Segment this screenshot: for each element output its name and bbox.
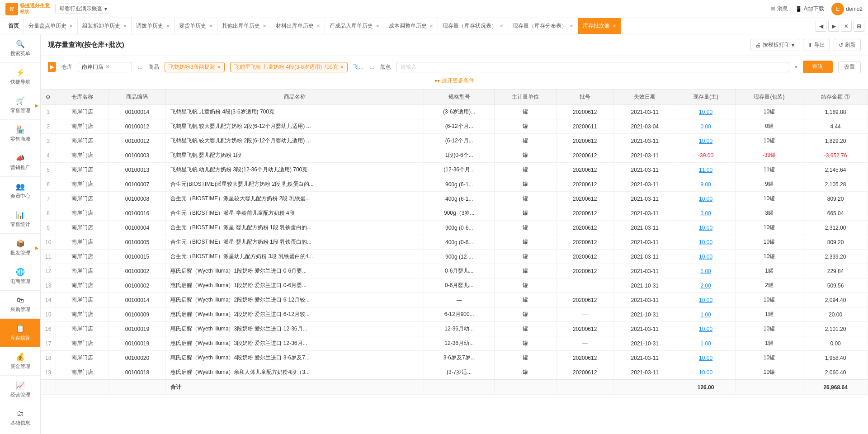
cell-stock-main[interactable]: 1.00 xyxy=(676,336,735,351)
tab-qita[interactable]: 其他出库单历史 ✕ xyxy=(217,18,271,34)
close-icon[interactable]: ✕ xyxy=(376,24,379,28)
cell-stock-main[interactable]: 10.00 xyxy=(676,322,735,336)
cell-6: 20200612 xyxy=(557,177,613,192)
tab-xunzhuang[interactable]: 现存量（库存状况表） ✕ xyxy=(438,18,508,34)
more-warehouse-icon[interactable]: … xyxy=(137,64,143,70)
cell-1: 南岸门店 xyxy=(56,105,109,119)
table-row: 11南岸门店00100015合生元（BIOSTIME）派星幼儿配方奶粉 3段 乳… xyxy=(41,250,868,264)
tab-diaob[interactable]: 调拨单历史 ✕ xyxy=(132,18,175,34)
more-product-icon[interactable]: 飞… xyxy=(353,63,364,71)
col-unit: 主计量单位 xyxy=(495,90,557,105)
close-icon[interactable]: ✕ xyxy=(209,24,212,28)
sidebar-item-retail-shop[interactable]: 🏪 零售商城 xyxy=(0,120,40,148)
cell-stock-main[interactable]: 2.00 xyxy=(676,278,735,293)
sidebar-item-wholesale[interactable]: 📦 批发管理 ▶ xyxy=(0,234,40,262)
sidebar-item-member[interactable]: 👥 会员中心 xyxy=(0,177,40,205)
close-icon[interactable]: ✕ xyxy=(105,64,110,70)
tab-fenbiao[interactable]: 现存量（库存分布表） ✕ xyxy=(508,18,578,34)
cell-stock-main[interactable]: 1.00 xyxy=(676,307,735,322)
sidebar-item-marketing[interactable]: 📣 营销推广 xyxy=(0,148,40,177)
sidebar-item-quicknav[interactable]: ⚡ 快捷导航 xyxy=(0,63,40,91)
more-product-icon2[interactable]: … xyxy=(369,64,375,70)
sidebar-item-business[interactable]: 📈 经营管理 xyxy=(0,376,40,404)
tab-fenpan[interactable]: 分量盘点单历史 ✕ xyxy=(24,18,78,34)
close-icon[interactable]: ✕ xyxy=(123,24,127,28)
close-icon[interactable]: ✕ xyxy=(69,24,73,28)
product-tag-2[interactable]: 飞鹤星飞帆 儿童奶粉 4段(3-6岁适用) 700克 ✕ xyxy=(230,62,348,72)
print-button[interactable]: 🖨 按模板打印 ▾ xyxy=(750,39,799,51)
tab-next-button[interactable]: ▶ xyxy=(828,21,839,32)
cell-2: 00100015 xyxy=(109,250,166,264)
tab-chengpin[interactable]: 产成品入库单历史 ✕ xyxy=(325,18,384,34)
cell-2: 00100002 xyxy=(109,264,166,278)
tab-yaohuo[interactable]: 要货单历史 ✕ xyxy=(175,18,217,34)
query-button[interactable]: 查询 xyxy=(803,61,833,73)
export-button[interactable]: ⬇ 导出 xyxy=(803,39,830,51)
org-selector[interactable]: 母婴行业演示账套 ▾ xyxy=(55,4,111,14)
tab-prev-button[interactable]: ◀ xyxy=(816,21,826,32)
row-index: 15 xyxy=(41,307,56,322)
close-icon[interactable]: ✕ xyxy=(613,24,616,28)
message-button[interactable]: ✉ 消息 xyxy=(771,5,788,13)
sidebar-item-purchase[interactable]: 🛍 采购管理 xyxy=(0,291,40,319)
cell-stock-main[interactable]: 9.00 xyxy=(676,177,735,192)
close-icon[interactable]: ✕ xyxy=(316,24,320,28)
expand-more-button[interactable]: ▾▾ 展开更多条件 xyxy=(434,77,474,85)
table-row: 1南岸门店00100014飞鹤星飞帆 儿童奶粉 4段(3-6岁适用) 700克(… xyxy=(41,105,868,119)
sidebar-item-finance[interactable]: 💰 资金管理 xyxy=(0,347,40,376)
cell-stock-main[interactable]: 3.00 xyxy=(676,206,735,221)
cell-2: 00100012 xyxy=(109,134,166,148)
color-filter[interactable]: 请输入 xyxy=(396,62,789,72)
app-download-button[interactable]: 📱 App下载 xyxy=(795,5,824,13)
cell-amount: 2,312.00 xyxy=(803,221,868,235)
close-icon[interactable]: ✕ xyxy=(429,24,433,28)
sidebar-item-retail-mgmt[interactable]: 🛒 零售管理 ▶ xyxy=(0,91,40,120)
cell-stock-main[interactable]: 10.00 xyxy=(676,221,735,235)
tab-close-button[interactable]: ✕ xyxy=(841,21,852,32)
cell-stock-main[interactable]: 10.00 xyxy=(676,351,735,365)
cell-stock-main[interactable]: 10.00 xyxy=(676,250,735,264)
sidebar-expand-button[interactable]: ▶ xyxy=(48,62,56,72)
close-icon[interactable]: ✕ xyxy=(166,24,170,28)
tab-home[interactable]: 首页 xyxy=(4,18,24,34)
close-icon[interactable]: ✕ xyxy=(500,24,503,28)
close-icon[interactable]: ✕ xyxy=(570,24,573,28)
cell-stock-main[interactable]: 11.00 xyxy=(676,163,735,177)
sidebar-item-search[interactable]: 🔍 搜索英单 xyxy=(0,34,40,63)
sidebar-item-system[interactable]: ⚙ 系统管理 xyxy=(0,432,40,434)
warehouse-filter[interactable]: 南岸门店 ✕ xyxy=(78,62,132,72)
sidebar-item-retail-stats[interactable]: 📊 零售统计 xyxy=(0,205,40,234)
user-menu[interactable]: E demo2 xyxy=(831,3,863,15)
cell-stock-main[interactable]: -39.00 xyxy=(676,148,735,163)
cell-stock-main[interactable]: 10.00 xyxy=(676,365,735,380)
sidebar-item-baseinfo[interactable]: 🗂 基础信息 xyxy=(0,404,40,432)
sidebar-item-inventory[interactable]: 📋 库存核算 xyxy=(0,319,40,347)
tab-pizhang[interactable]: 库存批次账 ✕ xyxy=(578,18,621,34)
product-tag-1[interactable]: 飞鹤奶粉3段两提装 ✕ xyxy=(165,62,225,72)
table-row: 15南岸门店00100009惠氏启醒（Wyeth illuma）2段奶粉 爱尔兰… xyxy=(41,307,868,322)
cell-stock-main[interactable]: 10.00 xyxy=(676,192,735,206)
tab-chengben[interactable]: 成本调整单历史 ✕ xyxy=(384,18,438,34)
cell-stock-pkg: 10罐 xyxy=(735,322,803,336)
close-icon[interactable]: ✕ xyxy=(217,65,221,70)
cell-7: 2021-10-31 xyxy=(613,307,676,322)
tab-zuhe[interactable]: 组装拆卸单历史 ✕ xyxy=(78,18,132,34)
cell-stock-main[interactable]: 0.00 xyxy=(676,119,735,134)
settings-button[interactable]: 设置 xyxy=(838,61,861,73)
cell-stock-main[interactable]: 1.00 xyxy=(676,264,735,278)
cell-stock-main[interactable]: 10.00 xyxy=(676,105,735,119)
close-icon[interactable]: ✕ xyxy=(263,24,266,28)
sidebar-item-ecommerce[interactable]: 🌐 电商管理 xyxy=(0,262,40,291)
close-icon[interactable]: ✕ xyxy=(340,65,344,70)
tab-cailiao[interactable]: 材料出库单历史 ✕ xyxy=(271,18,325,34)
cell-5: 罐 xyxy=(495,134,557,148)
cell-4: 400g (0-6... xyxy=(424,235,495,250)
cell-stock-main[interactable]: 10.00 xyxy=(676,134,735,148)
table-row: 3南岸门店00100012飞鹤星飞帆 较大婴儿配方奶粉 2段(6-12个月婴幼儿… xyxy=(41,134,868,148)
refresh-button[interactable]: ↺ 刷新 xyxy=(834,39,861,51)
table-row: 16南岸门店00100019惠氏启醒（Wyeth illuma）3段奶粉 爱尔兰… xyxy=(41,322,868,336)
col-setting[interactable]: ⚙ xyxy=(41,90,56,105)
tab-menu-button[interactable]: ⊞ xyxy=(854,21,864,32)
cell-stock-main[interactable]: 10.00 xyxy=(676,235,735,250)
cell-stock-main[interactable]: 10.00 xyxy=(676,293,735,307)
